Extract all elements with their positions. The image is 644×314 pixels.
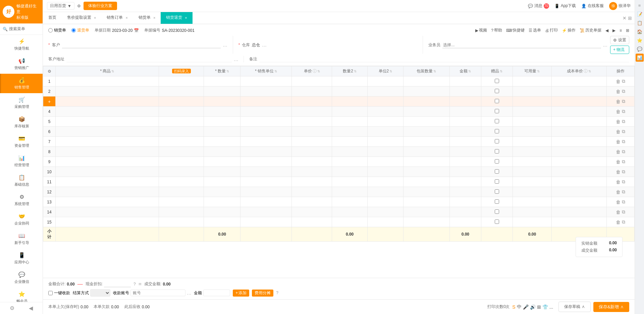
tab-close-sales-order[interactable]: × [125,16,127,20]
radio-return-bill[interactable]: 退货单 [71,27,89,33]
gift-cell[interactable] [481,117,513,127]
address-input[interactable] [66,56,232,62]
sidebar-item-quick-nav[interactable]: ⚡ 快捷导航 [0,35,43,54]
rs-btn-7[interactable]: 📊 [636,54,644,62]
sidebar-item-operations[interactable]: 📊 经营管理 [0,151,43,171]
gift-cell[interactable] [481,197,513,207]
copy-row-btn[interactable]: ⧉ [622,109,625,114]
sales-unit-cell[interactable] [240,207,292,217]
sort-pack-icon[interactable]: ⇅ [433,69,436,73]
product-cell[interactable] [56,217,159,227]
col-header-scan[interactable]: 扫码录入 [159,66,204,76]
delete-row-btn[interactable]: 🗑 [616,79,621,84]
unit-price-cell[interactable] [292,76,332,86]
prev-doc-btn[interactable]: ◀ [605,28,608,33]
delete-row-btn[interactable]: 🗑 [616,119,621,124]
app-download-btn[interactable]: 📱 App下载 [554,3,576,9]
message-btn[interactable]: 💬 消息 70 [528,3,549,9]
user-menu[interactable]: 徐 徐泽华 [609,2,631,10]
copy-row-btn[interactable]: ⧉ [622,179,625,185]
sort-cost-icon[interactable]: ⇅ [588,69,591,73]
sidebar-item-inventory[interactable]: 📦 库存核算 [0,113,43,132]
product-cell[interactable] [56,197,159,207]
rs-btn-2[interactable]: 📝 [636,10,644,18]
add-logistics-btn[interactable]: + 物流 [610,46,629,54]
gift-cell[interactable] [481,76,513,86]
account-picker-btn[interactable]: ... [187,290,191,296]
sidebar-item-marketing[interactable]: 📢 营销推广 [0,54,43,74]
delete-row-btn[interactable]: 🗑 [616,99,621,104]
rs-btn-4[interactable]: 🏠 [636,27,644,36]
unit-price-cell[interactable] [292,167,332,177]
copy-row-btn[interactable]: ⧉ [622,169,625,175]
sales-unit-cell[interactable] [240,97,292,107]
gift-cell[interactable] [481,97,513,107]
unit-price-cell[interactable] [292,147,332,157]
topbar-settings-icon[interactable]: ⚙ [77,4,81,8]
product-cell[interactable] [56,187,159,197]
customer-input[interactable] [62,42,221,48]
copy-row-btn[interactable]: ⧉ [622,219,625,225]
sales-unit-cell[interactable] [240,147,292,157]
product-cell[interactable] [56,97,159,107]
sales-unit-cell[interactable] [240,217,292,227]
collapse-icon[interactable]: ◀ [29,305,33,311]
quantity-cell[interactable] [204,187,240,197]
table-col-settings[interactable]: ⚙ [43,66,56,76]
unit-price-cell[interactable] [292,137,332,147]
sales-unit-cell[interactable] [240,127,292,137]
mic-icon[interactable]: 🎤 [523,304,529,310]
settle-method-select[interactable] [90,289,110,297]
tab-close-sales-delivery[interactable]: × [153,16,155,20]
copy-row-btn[interactable]: ⧉ [622,88,625,94]
gift-cell[interactable] [481,177,513,187]
s-icon[interactable]: S [512,304,515,310]
sidebar-item-system[interactable]: ⚙ 系统管理 [0,190,43,210]
gift-cell[interactable] [481,137,513,147]
unit-price-cell[interactable] [292,197,332,207]
quantity-cell[interactable] [204,177,240,187]
sidebar-item-wechat[interactable]: 💬 企业微信 [0,268,43,288]
delete-row-btn[interactable]: 🗑 [616,129,621,134]
unit-price-cell[interactable] [292,207,332,217]
gift-cell[interactable] [481,167,513,177]
delete-row-btn[interactable]: 🗑 [616,209,621,215]
product-cell[interactable] [56,147,159,157]
grid-icon2[interactable]: ⊞ [537,304,541,310]
shortcut-btn[interactable]: ⌨ 快捷键 [506,27,525,33]
gift-cell[interactable] [481,127,513,137]
sales-unit-cell[interactable] [240,187,292,197]
quantity-cell[interactable] [204,76,240,86]
search-menu-item[interactable]: 🔍 搜索菜单 [0,23,43,35]
copy-row-btn[interactable]: ⧉ [622,209,625,215]
sort-available-icon[interactable]: ⇅ [537,69,540,73]
rs-btn-5[interactable]: ⭐ [636,36,644,44]
unit-price-cell[interactable] [292,117,332,127]
operate-btn[interactable]: ⚡ 操作 [562,27,576,33]
delete-row-btn[interactable]: 🗑 [616,189,621,195]
unit-price-cell[interactable] [292,217,332,227]
product-cell[interactable] [56,117,159,127]
save-new-btn[interactable]: 保存&新增 ∧ [593,302,629,312]
video-btn[interactable]: ▶ 视频 [475,27,487,33]
product-cell[interactable] [56,207,159,217]
delete-row-btn[interactable]: 🗑 [616,89,621,94]
delete-row-btn[interactable]: 🗑 [616,219,621,225]
select-btn[interactable]: ☰ 选单 [529,27,541,33]
one-click-payment-checkbox[interactable]: 一键收款 [48,290,70,296]
sort-price-icon[interactable]: ⇅ [317,69,320,73]
sort-amount-icon[interactable]: ⇅ [468,69,471,73]
sales-unit-cell[interactable] [240,76,292,86]
sales-unit-cell[interactable] [240,137,292,147]
unit-price-cell[interactable] [292,177,332,187]
tab-sales-delivery[interactable]: 销货单 × [133,12,161,24]
tab-home[interactable]: 首页 [43,12,62,24]
copy-row-btn[interactable]: ⧉ [622,149,625,154]
fee-split-btn[interactable]: 费用分摊 [252,290,273,297]
unit-price-cell[interactable] [292,127,332,137]
calendar-icon[interactable]: 📅 [134,28,139,33]
gift-cell[interactable] [481,187,513,197]
quantity-cell[interactable] [204,147,240,157]
product-input[interactable] [58,99,156,104]
print-btn[interactable]: 🖨 打印 [545,27,558,33]
